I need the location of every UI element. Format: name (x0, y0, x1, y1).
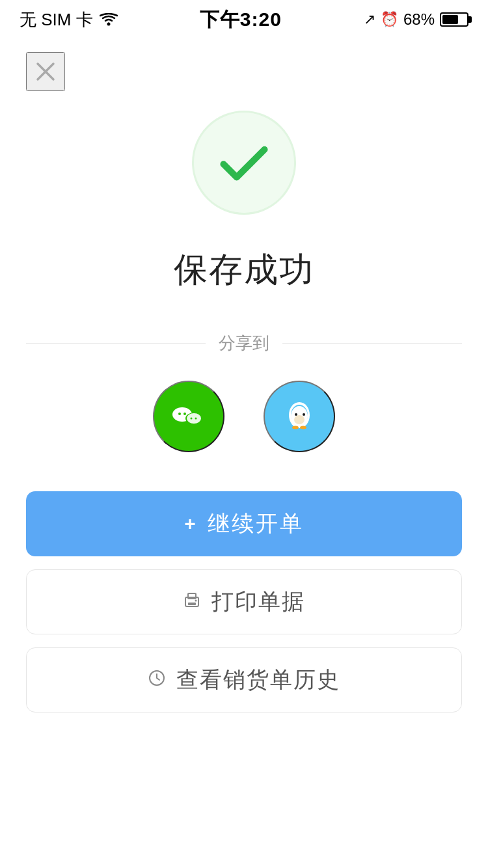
continue-label: 继续开单 (208, 509, 304, 539)
wechat-share-button[interactable] (153, 381, 224, 452)
status-time: 下午3:20 (200, 7, 282, 33)
success-title: 保存成功 (174, 247, 314, 293)
share-icons-row (26, 381, 462, 452)
svg-point-0 (107, 23, 110, 26)
print-button[interactable]: 打印单据 (26, 569, 462, 634)
main-content: 保存成功 分享到 (0, 39, 488, 868)
svg-point-21 (300, 426, 306, 429)
history-icon (148, 669, 166, 692)
share-divider: 分享到 (26, 332, 462, 355)
action-buttons: + 继续开单 打印单据 查看销货单历史 (26, 491, 462, 712)
svg-rect-24 (188, 603, 196, 605)
success-icon-circle (192, 111, 296, 215)
printer-icon (183, 591, 201, 614)
svg-point-8 (183, 413, 186, 415)
divider-right (282, 343, 462, 344)
wifi-icon (100, 13, 118, 26)
svg-point-10 (195, 418, 197, 420)
status-indicators: ↗ ⏰ 68% (364, 10, 468, 29)
wechat-icon (169, 397, 208, 436)
alarm-icon: ⏰ (381, 11, 398, 28)
svg-point-18 (303, 413, 305, 416)
location-icon: ↗ (364, 11, 375, 28)
battery-percent: 68% (403, 10, 435, 29)
svg-point-20 (292, 426, 299, 429)
svg-point-17 (295, 413, 297, 416)
svg-point-7 (178, 413, 181, 415)
battery-icon (440, 12, 468, 27)
checkmark-icon (215, 133, 273, 192)
status-carrier: 无 SIM 卡 (20, 8, 118, 31)
share-label: 分享到 (219, 332, 269, 355)
share-section: 分享到 (26, 332, 462, 452)
qq-icon (280, 397, 319, 436)
print-label: 打印单据 (211, 587, 305, 617)
continue-button[interactable]: + 继续开单 (26, 491, 462, 556)
plus-icon: + (184, 513, 197, 535)
history-label: 查看销货单历史 (176, 665, 340, 695)
svg-point-25 (195, 599, 197, 601)
svg-point-19 (294, 415, 305, 424)
svg-point-9 (191, 418, 193, 420)
svg-point-6 (187, 413, 201, 424)
close-button[interactable] (26, 52, 65, 91)
status-bar: 无 SIM 卡 下午3:20 ↗ ⏰ 68% (0, 0, 488, 39)
qq-share-button[interactable] (264, 381, 335, 452)
history-button[interactable]: 查看销货单历史 (26, 647, 462, 712)
divider-left (26, 343, 206, 344)
